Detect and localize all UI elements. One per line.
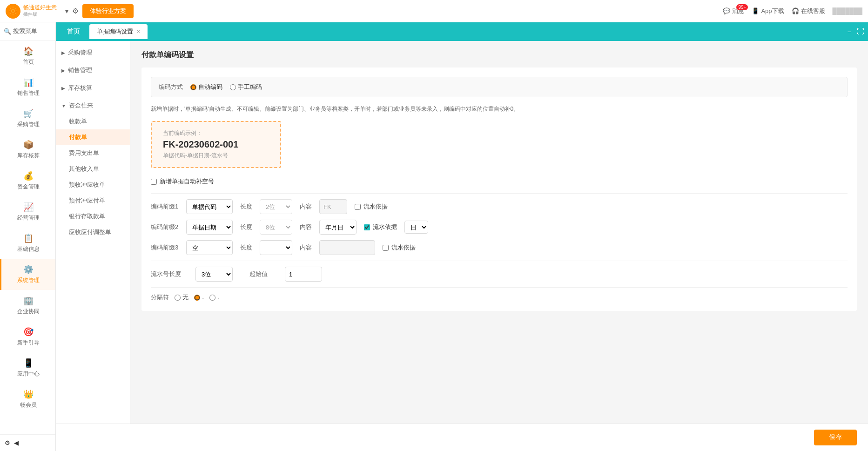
sub-nav-purchase-title[interactable]: ▶ 采购管理 xyxy=(56,45,130,61)
prefix2-select-wrap: 单据日期 部门 业务员 xyxy=(186,220,233,235)
sidebar-item-basic[interactable]: 📋 基础信息 xyxy=(0,228,55,259)
sidebar-item-sales[interactable]: 📊 销售管理 xyxy=(0,72,55,103)
prefix3-content-label: 内容 xyxy=(300,243,312,252)
sub-nav-group-purchase: ▶ 采购管理 xyxy=(56,45,130,61)
auto-radio[interactable] xyxy=(190,84,196,90)
tab-bar-right: － ⛶ xyxy=(846,27,864,37)
basic-icon: 📋 xyxy=(23,233,34,243)
dropdown-btn[interactable]: ▾ xyxy=(65,7,68,15)
prefix2-serial-select[interactable]: 日 月 年 xyxy=(404,221,428,234)
top-nav: 🔆 畅通道好生意 插件版 ▾ ⚙ 体验行业方案 💬 消息 99+ 📱 App下载… xyxy=(0,0,868,22)
prefix3-length-wrap xyxy=(260,240,292,255)
sep-none-radio[interactable] xyxy=(175,295,181,301)
page-title: 付款单编码设置 xyxy=(141,50,857,60)
sub-nav-item-payment[interactable]: 付款单 xyxy=(56,129,130,145)
sidebar: 🔍 搜索菜单 🏠 首页 📊 销售管理 🛒 采购管理 📦 库存核算 💰 资金管理 … xyxy=(0,22,56,451)
sep-none-label[interactable]: 无 xyxy=(175,293,188,302)
settings-bottom-icon[interactable]: ⚙ xyxy=(5,439,10,446)
tab-close-btn[interactable]: × xyxy=(137,28,140,35)
prefix2-content-wrap: 年月日 年月 年 xyxy=(319,220,357,235)
inventory-icon: 📦 xyxy=(23,140,34,150)
sub-nav-inventory-title[interactable]: ▶ 库存核算 xyxy=(56,80,130,96)
prefix2-length-select[interactable]: 8位 xyxy=(260,220,292,235)
sidebar-item-home[interactable]: 🏠 首页 xyxy=(0,40,55,72)
sep-dash-label[interactable]: - xyxy=(194,294,204,301)
sidebar-item-operations[interactable]: 📈 经营管理 xyxy=(0,196,55,228)
auto-fill-label[interactable]: 新增单据自动补空号 xyxy=(160,177,214,186)
messages-badge: 99+ xyxy=(736,4,748,10)
auto-fill-checkbox[interactable] xyxy=(151,179,157,185)
sub-nav-sales-title[interactable]: ▶ 销售管理 xyxy=(56,62,130,78)
sidebar-item-member[interactable]: 👑 畅会员 xyxy=(0,384,55,415)
tab-maximize-btn[interactable]: ⛶ xyxy=(857,27,864,37)
sub-nav-item-other-income[interactable]: 其他收入单 xyxy=(56,161,130,177)
prefix2-length-label: 长度 xyxy=(240,223,252,231)
chevron-right-icon: ▶ xyxy=(61,68,65,73)
prefix3-length-select[interactable] xyxy=(260,240,292,255)
sidebar-item-guide[interactable]: 🎯 新手引导 xyxy=(0,321,55,352)
sub-nav-finance-title[interactable]: ▼ 资金往来 xyxy=(56,98,130,114)
apps-icon: 📱 xyxy=(23,358,34,368)
sidebar-search[interactable]: 🔍 搜索菜单 xyxy=(0,22,55,40)
info-text: 新增单据时，'单据编码'自动生成、不可编辑。前缀设置为部门、业务员等档案类，开单… xyxy=(151,105,848,114)
sub-nav-item-bank[interactable]: 银行存取款单 xyxy=(56,209,130,224)
content-area: 首页 单据编码设置 × － ⛶ ▶ 采购管理 xyxy=(56,22,868,451)
prefix3-serial-checkbox: 流水依据 xyxy=(383,243,416,252)
tab-minimize-btn[interactable]: － xyxy=(846,27,853,37)
app-download-btn[interactable]: 📱 App下载 xyxy=(752,7,784,15)
sub-nav-item-prepaid-offset[interactable]: 预收冲应收单 xyxy=(56,177,130,193)
prefix1-serial-check[interactable] xyxy=(355,204,361,210)
sidebar-item-apps[interactable]: 📱 应用中心 xyxy=(0,352,55,384)
sidebar-item-purchase[interactable]: 🛒 采购管理 xyxy=(0,103,55,134)
prefix1-select[interactable]: 单据代码 部门 业务员 xyxy=(186,199,233,214)
chevron-right-icon: ▶ xyxy=(61,50,65,55)
sep-dash-radio[interactable] xyxy=(194,295,200,301)
tab-home[interactable]: 首页 xyxy=(60,22,87,41)
tab-single-encode[interactable]: 单据编码设置 × xyxy=(89,24,148,39)
prefix1-label: 编码前缀1 xyxy=(151,202,179,211)
chevron-right-icon: ▶ xyxy=(61,86,65,91)
user-avatar[interactable]: ███████ xyxy=(833,7,862,14)
serial-length-select[interactable]: 3位 4位 5位 xyxy=(195,267,233,282)
prefix2-select[interactable]: 单据日期 部门 业务员 xyxy=(186,220,233,235)
sub-nav-group-inventory: ▶ 库存核算 xyxy=(56,80,130,96)
sub-nav-item-expense[interactable]: 费用支出单 xyxy=(56,145,130,161)
manual-radio[interactable] xyxy=(230,84,236,90)
sub-nav-item-receipt[interactable]: 收款单 xyxy=(56,114,130,129)
sub-nav-item-adjust[interactable]: 应收应付调整单 xyxy=(56,224,130,240)
bottom-bar: 保存 xyxy=(56,424,868,451)
prefix1-length-select[interactable]: 2位 xyxy=(260,199,292,214)
purchase-icon: 🛒 xyxy=(23,108,34,119)
sep-dot-radio[interactable] xyxy=(209,295,215,301)
sub-nav: ▶ 采购管理 ▶ 销售管理 ▶ 库存核算 xyxy=(56,41,130,424)
auto-radio-label[interactable]: 自动编码 xyxy=(190,83,222,91)
enterprise-icon: 🏢 xyxy=(23,296,34,306)
messages-btn[interactable]: 💬 消息 99+ xyxy=(723,7,744,15)
logo-sub: 插件版 xyxy=(23,11,57,18)
collapse-icon[interactable]: ◀ xyxy=(14,439,19,446)
prefix3-serial-check[interactable] xyxy=(383,245,389,251)
sidebar-item-enterprise[interactable]: 🏢 企业协同 xyxy=(0,290,55,321)
logo-text: 畅通道好生意 xyxy=(23,4,57,12)
encode-mode-label: 编码方式 xyxy=(159,83,183,91)
manual-radio-label[interactable]: 手工编码 xyxy=(230,83,262,91)
online-service-btn[interactable]: 🎧 在线客服 xyxy=(792,7,825,15)
prefix1-select-wrap: 单据代码 部门 业务员 xyxy=(186,199,233,214)
prefix3-select[interactable]: 空 部门 业务员 xyxy=(186,240,233,255)
serial-start-input[interactable] xyxy=(285,267,322,282)
sidebar-item-system[interactable]: ⚙️ 系统管理 xyxy=(0,259,55,290)
prefix2-content-select[interactable]: 年月日 年月 年 xyxy=(319,220,357,235)
separator-label: 分隔符 xyxy=(151,293,169,302)
experience-btn[interactable]: 体验行业方案 xyxy=(82,4,134,18)
sidebar-item-inventory[interactable]: 📦 库存核算 xyxy=(0,134,55,165)
save-button[interactable]: 保存 xyxy=(814,430,857,445)
settings-btn[interactable]: ⚙ xyxy=(72,7,79,15)
sidebar-item-finance[interactable]: 💰 资金管理 xyxy=(0,165,55,196)
prefix2-serial-check[interactable] xyxy=(364,224,370,230)
sub-nav-item-advance-offset[interactable]: 预付冲应付单 xyxy=(56,193,130,209)
serial-length-wrap: 3位 4位 5位 xyxy=(195,267,233,282)
prefix3-select-wrap: 空 部门 业务员 xyxy=(186,240,233,255)
sep-dot-label[interactable]: · xyxy=(209,294,219,301)
prefix1-serial-checkbox: 流水依据 xyxy=(355,202,388,211)
page-main: 付款单编码设置 编码方式 自动编码 手工编码 xyxy=(130,41,868,424)
